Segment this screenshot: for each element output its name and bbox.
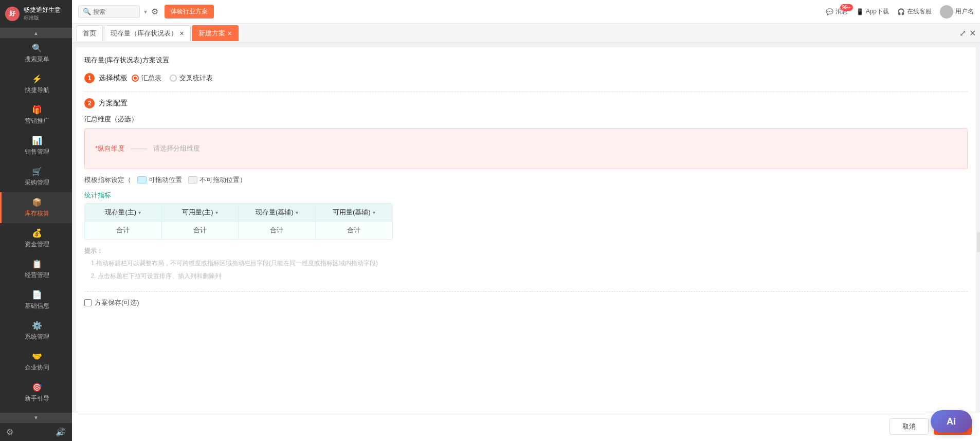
sidebar-item-marketing[interactable]: 🎁 营销推广 (0, 100, 72, 131)
stats-table: 现存量(主) ▾ 可用量(主) ▾ 现存量(基辅) ▾ (84, 203, 393, 240)
sidebar-item-quick-nav[interactable]: ⚡ 快捷导航 (0, 69, 72, 100)
sidebar-item-inventory[interactable]: 📦 库存核算 (0, 192, 72, 223)
sidebar-item-finance[interactable]: 💰 资金管理 (0, 223, 72, 254)
tip1-text: 1.拖动标题栏可以调整布局，不可跨维度或指标区域拖动栏目字段(只能在同一维度或指… (91, 258, 378, 269)
dimension-placeholder: 请选择分组维度 (153, 144, 200, 153)
sidebar-label-sales: 销售管理 (25, 148, 49, 156)
stats-col-0-chevron[interactable]: ▾ (138, 210, 141, 215)
logo-icon: 好 (5, 7, 20, 21)
save-row: 方案保存(可选) (84, 298, 968, 307)
stats-col-2-chevron[interactable]: ▾ (296, 210, 298, 215)
sidebar-item-search[interactable]: 🔍 搜索菜单 (0, 38, 72, 69)
sidebar-item-guide[interactable]: 🎯 新手引导 (0, 377, 72, 408)
tips-title: 提示： (84, 246, 103, 257)
sidebar-label-marketing: 营销推广 (25, 117, 49, 125)
tab-inventory-close-icon[interactable]: ✕ (179, 30, 184, 37)
sidebar-logo: 好 畅捷通好生意 标准版 (0, 0, 72, 28)
sidebar-label-search: 搜索菜单 (25, 55, 49, 64)
tip2-text: 2. 点击标题栏下拉可设置排序、插入列和删除列 (91, 271, 221, 282)
topbar: 🔍 ▾ ⚙ 体验行业方案 💬 消息 99+ 📱 App下载 🎧 在线客服 用户名 (72, 0, 980, 24)
stats-col-2[interactable]: 现存量(基辅) ▾ (239, 204, 316, 221)
divider1 (84, 91, 968, 92)
radio-summary-label: 汇总表 (141, 74, 161, 83)
message-badge: 99+ (840, 4, 853, 11)
radio-cross-dot (170, 75, 177, 82)
sidebar-scroll-down[interactable]: ▼ (0, 413, 72, 422)
sidebar-item-basic-info[interactable]: 📄 基础信息 (0, 285, 72, 316)
sidebar-item-sales[interactable]: 📊 销售管理 (0, 131, 72, 161)
sidebar-item-system[interactable]: ⚙️ 系统管理 (0, 316, 72, 346)
sidebar-item-operation[interactable]: 📋 经营管理 (0, 254, 72, 285)
service-icon: 🎧 (897, 8, 905, 15)
main-area: 🔍 ▾ ⚙ 体验行业方案 💬 消息 99+ 📱 App下载 🎧 在线客服 用户名 (72, 0, 980, 441)
tab-inventory-label: 现存量（库存状况表） (111, 29, 177, 38)
user-menu-button[interactable]: 用户名 (940, 5, 974, 19)
step2-title: 方案配置 (99, 99, 128, 108)
tab-home-label: 首页 (83, 29, 96, 38)
sidebar-item-app-center[interactable]: 🖥 应用中心 (0, 408, 72, 413)
step2-header: 2 方案配置 (84, 98, 968, 108)
topbar-search-box[interactable]: 🔍 (78, 5, 140, 18)
sidebar-label-inventory: 库存核算 (25, 209, 49, 218)
search-input[interactable] (93, 8, 134, 15)
stats-col-0-label: 现存量(主) (105, 208, 136, 217)
message-button[interactable]: 💬 消息 99+ (826, 7, 848, 16)
purchase-icon: 🛒 (32, 167, 42, 176)
indicator-draggable: 可拖动位置 (137, 175, 182, 185)
sidebar-item-cooperation[interactable]: 🤝 企业协同 (0, 346, 72, 377)
save-checkbox[interactable] (84, 299, 92, 306)
scroll-handle[interactable] (977, 232, 980, 252)
stats-row0-col0: 合计 (85, 222, 162, 239)
sidebar-label-basic-info: 基础信息 (25, 302, 49, 310)
online-service-button[interactable]: 🎧 在线客服 (897, 7, 932, 16)
cancel-button[interactable]: 取消 (890, 418, 929, 435)
dimension-arrow: —— (131, 144, 147, 153)
quick-nav-icon: ⚡ (32, 74, 42, 84)
app-download-label: App下载 (866, 7, 889, 16)
app-download-button[interactable]: 📱 App下载 (856, 7, 889, 16)
tab-new-plan[interactable]: 新建方案 ✕ (192, 25, 239, 41)
settings-icon[interactable]: ⚙ (6, 427, 13, 437)
template-indicator: 模板指标设定（ 可拖动位置 不可拖动位置） (84, 175, 968, 185)
stats-col-1[interactable]: 可用量(主) ▾ (162, 204, 239, 221)
stats-col-3-chevron[interactable]: ▾ (373, 210, 375, 215)
topbar-right: 💬 消息 99+ 📱 App下载 🎧 在线客服 用户名 (826, 5, 974, 19)
trial-industry-button[interactable]: 体验行业方案 (165, 5, 214, 19)
stats-col-3[interactable]: 可用量(基辅) ▾ (316, 204, 393, 221)
inventory-icon: 📦 (32, 197, 42, 207)
sidebar-scroll-up[interactable]: ▲ (0, 28, 72, 38)
sidebar-label-purchase: 采购管理 (25, 178, 49, 187)
dimension-area: *纵向维度 —— 请选择分组维度 (84, 128, 968, 169)
tab-restore-icon[interactable]: ⤢ (959, 28, 966, 38)
non-draggable-label: 不可拖动位置） (199, 175, 246, 185)
content-area: 现存量(库存状况表)方案设置 1 选择模板 汇总表 交叉统计表 (72, 43, 980, 441)
tab-home[interactable]: 首页 (76, 25, 103, 41)
finance-icon: 💰 (32, 228, 42, 238)
ai-float-button[interactable]: Ai (931, 410, 972, 433)
sidebar-label-finance: 资金管理 (25, 240, 49, 249)
save-label: 方案保存(可选) (95, 298, 139, 307)
step1-section: 1 选择模板 汇总表 交叉统计表 (84, 73, 968, 83)
stats-row0-col2: 合计 (239, 222, 316, 239)
stats-table-header: 现存量(主) ▾ 可用量(主) ▾ 现存量(基辅) ▾ (85, 204, 392, 222)
speaker-icon[interactable]: 🔊 (56, 427, 66, 437)
app-name: 畅捷通好生意 (24, 6, 61, 14)
stats-col-2-label: 现存量(基辅) (256, 208, 294, 217)
tab-close-all-icon[interactable]: ✕ (969, 28, 976, 38)
radio-cross-label: 交叉统计表 (179, 74, 213, 83)
stats-col-0[interactable]: 现存量(主) ▾ (85, 204, 162, 221)
tab-new-plan-close-icon[interactable]: ✕ (227, 30, 232, 37)
stats-col-1-chevron[interactable]: ▾ (215, 210, 218, 215)
tab-inventory-status[interactable]: 现存量（库存状况表） ✕ (104, 25, 191, 41)
app-version: 标准版 (24, 14, 61, 22)
basic-info-icon: 📄 (32, 290, 42, 300)
sidebar-item-purchase[interactable]: 🛒 采购管理 (0, 161, 72, 192)
radio-summary[interactable]: 汇总表 (132, 74, 161, 83)
divider2 (84, 291, 968, 292)
non-draggable-box (188, 176, 197, 183)
radio-cross[interactable]: 交叉统计表 (170, 74, 213, 83)
topbar-gear-icon[interactable]: ⚙ (151, 7, 158, 16)
dimension-required-mark: *纵向维度 (95, 144, 124, 153)
tips-section: 提示： 1.拖动标题栏可以调整布局，不可跨维度或指标区域拖动栏目字段(只能在同一… (84, 246, 968, 283)
topbar-chevron-icon[interactable]: ▾ (144, 8, 147, 15)
